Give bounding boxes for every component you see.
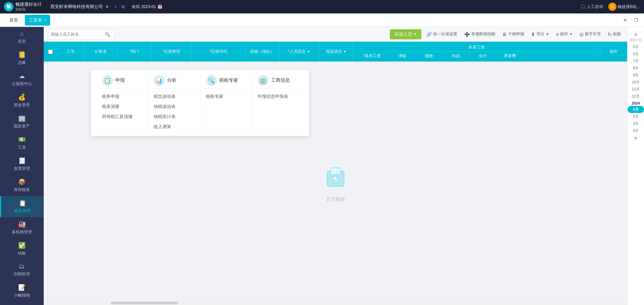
sidebar-label-ledger: 总账	[18, 60, 26, 66]
window-restore-button[interactable]: ❐	[632, 16, 640, 24]
header-checkbox[interactable]	[44, 42, 57, 62]
timeline-month-9[interactable]: 9月	[628, 72, 644, 79]
timeline-month-1[interactable]: 1月	[628, 106, 644, 113]
timeline-month-7[interactable]: 7月	[628, 58, 644, 65]
horizontal-scrollbar[interactable]	[44, 301, 627, 305]
settings-icon[interactable]: ⚙	[121, 4, 125, 9]
tab-bar: 首页 工资表 × ✕ ❐	[0, 13, 644, 27]
company-selector[interactable]: 西安虾米网络科技有限公司 ▼ ＋ ⚙	[50, 4, 125, 10]
inventory-icon: 📦	[18, 178, 26, 186]
multi-icon: 🏭	[18, 221, 26, 228]
app-logo: 畅 畅捷通好会计 旗舰版	[4, 2, 48, 12]
sidebar-item-inventory[interactable]: 📦 库存核算	[0, 175, 44, 196]
cloud-icon: ☁	[19, 72, 25, 80]
timeline-month-6[interactable]: 6月	[628, 50, 644, 58]
sidebar-item-home[interactable]: ⌂ 首页	[0, 27, 44, 48]
menu-income-estimate[interactable]: 收入测算	[154, 123, 194, 130]
app-name: 畅捷通好会计	[15, 2, 42, 7]
timeline-month-5[interactable]: 5月	[628, 43, 644, 50]
search-wrap[interactable]: 🔍	[48, 29, 115, 39]
menu-tax-expert[interactable]: 税检专家	[206, 93, 247, 100]
sidebar-label-home: 首页	[18, 39, 26, 44]
sidebar-item-assets[interactable]: 🏢 固定资产	[0, 111, 44, 132]
sidebar-label-salary: 工资	[18, 145, 26, 150]
th-salary-sub: *基本工资 津贴 绩效 扣款 合计 养老费	[355, 52, 598, 60]
section-title-expert: 税检专家	[219, 77, 238, 83]
send-filter-icon[interactable]: ▼	[343, 50, 347, 53]
section-analysis: 📊 分析 税负波动表 纳税波动表 纳税统计表 收入测算	[148, 75, 200, 130]
sidebar-item-multi[interactable]: 🏭 多机构管理	[0, 217, 44, 238]
menu-tax-declaration[interactable]: 税务申报	[102, 93, 143, 100]
timeline-month-10[interactable]: 10月	[628, 79, 644, 86]
tax-management-dropdown: 📋 申报 税务申报 税表清册 所得税汇算清缴 📊 分析	[91, 69, 309, 136]
timeline-month-12[interactable]: 12月	[628, 93, 644, 100]
tab-home[interactable]: 首页	[4, 13, 24, 27]
menu-tax-fluctuation[interactable]: 税负波动表	[154, 93, 194, 100]
sidebar-item-invoice[interactable]: 🧾 发票管理	[0, 154, 44, 175]
user-menu[interactable]: U 畅捷通B组...	[608, 3, 640, 11]
no-data-icon	[322, 164, 349, 192]
period-selector[interactable]: 账期 2023-01 📅	[132, 4, 162, 10]
sidebar-item-checkout[interactable]: ✅ 结账	[0, 238, 44, 260]
main-content: 🔍 添加人员 ▼ 🔗 统一社保设置 ➕ 专项附加扣除 🖥 个税申报	[44, 27, 627, 305]
tab-salary[interactable]: 工资表 ×	[25, 15, 50, 26]
timeline-nav-up[interactable]: ▲	[632, 30, 640, 38]
tax-declaration-button[interactable]: 🖥 个税申报	[500, 31, 526, 37]
sidebar-item-fund[interactable]: 💰 资金管理	[0, 90, 44, 111]
calendar-icon[interactable]: 📅	[157, 4, 162, 9]
no-data-text: 暂无数据	[326, 196, 345, 202]
timeline-month-2[interactable]: 2月	[628, 113, 644, 120]
timeline-month-4[interactable]: 4月	[628, 127, 644, 134]
invoice-icon: 🧾	[18, 157, 26, 164]
timeline-month-3[interactable]: 3月	[628, 120, 644, 127]
export-icon: ⬆	[531, 32, 535, 37]
sidebar-item-tax[interactable]: 📋 税务管理	[0, 196, 44, 217]
expert-items: 税检专家	[206, 93, 247, 100]
special-deduction-icon: ➕	[464, 32, 470, 37]
timeline-month-11[interactable]: 11月	[628, 86, 644, 93]
menu-payment-stats[interactable]: 纳税统计表	[154, 113, 194, 120]
company-arrow-icon[interactable]: ▼	[105, 4, 109, 9]
search-input[interactable]	[51, 32, 105, 37]
menu-tax-table-list[interactable]: 税表清册	[102, 103, 143, 110]
menu-payment-fluctuation[interactable]: 纳税波动表	[154, 103, 194, 110]
add-company-icon[interactable]: ＋	[113, 4, 118, 10]
sidebar: ⌂ 首页 📒 总账 ☁ 云报表中心 💰 资金管理 🏢 固定资产 💵 工资 🧾 发…	[0, 27, 44, 305]
section-title-analysis: 分析	[167, 77, 177, 83]
sidebar-item-salary[interactable]: 💵 工资	[0, 132, 44, 154]
analysis-icon: 📊	[154, 75, 164, 86]
window-close-button[interactable]: ✕	[621, 16, 629, 24]
salary-icon: 💵	[18, 136, 26, 143]
special-deduction-button[interactable]: ➕ 专项附加扣除	[462, 31, 497, 37]
sort-icon: ⇅	[94, 50, 97, 53]
sidebar-item-report[interactable]: 📝 小畅报销	[0, 280, 44, 302]
status-filter-icon[interactable]: ▼	[307, 50, 310, 53]
refresh-button[interactable]: ↻ 刷新	[606, 31, 623, 37]
sidebar-item-settings[interactable]: ⚙ 基础设置	[0, 302, 44, 305]
tab-close-icon[interactable]: ×	[44, 18, 46, 22]
timeline-nav-down[interactable]: ▼	[632, 134, 640, 143]
export-arrow-icon: ▼	[546, 32, 549, 36]
select-all-checkbox[interactable]	[48, 49, 53, 54]
checkout-icon: ✅	[18, 242, 26, 249]
section-header-expert: 🔍 税检专家	[206, 75, 247, 89]
social-security-button[interactable]: 🔗 统一社保设置	[424, 31, 459, 37]
scroll-thumb[interactable]	[111, 302, 178, 304]
add-person-label: 添加人员	[394, 31, 412, 37]
guide-button[interactable]: ◎ 新手引导	[577, 31, 603, 37]
sidebar-item-cloud[interactable]: ☁ 云报表中心	[0, 69, 44, 90]
refresh-icon: ↻	[608, 32, 612, 37]
service-button[interactable]: 🎧 人工咨询	[580, 4, 603, 10]
sidebar-label-multi: 多机构管理	[12, 229, 32, 235]
declaration-items: 税务申报 税表清册 所得税汇算清缴	[102, 93, 143, 120]
operation-button[interactable]: ≡ 操作 ▼	[554, 31, 575, 37]
timeline: ▲ 2023.01 5月 6月 7月 8月 9月 10月 11月 12月 202…	[627, 27, 644, 305]
add-person-button[interactable]: 添加人员 ▼	[390, 29, 421, 39]
th-id: 工号	[57, 42, 84, 62]
sidebar-item-ledger[interactable]: 📒 总账	[0, 48, 44, 69]
sidebar-item-archive[interactable]: 🗂 归档管理	[0, 260, 44, 280]
export-button[interactable]: ⬆ 导出 ▼	[529, 31, 551, 37]
timeline-month-8[interactable]: 8月	[628, 65, 644, 72]
menu-annual-report[interactable]: 年报信息申报表	[258, 93, 298, 100]
menu-tax-settlement[interactable]: 所得税汇算清缴	[102, 113, 143, 120]
